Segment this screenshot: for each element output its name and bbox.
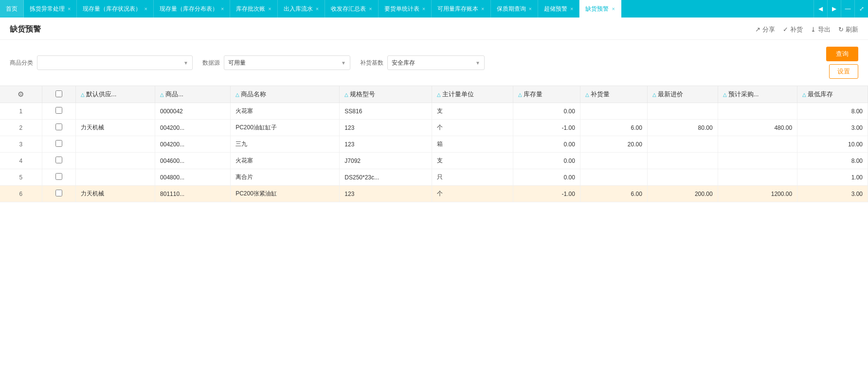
cell-idx-2: 3	[0, 136, 42, 153]
cell-stock-2: 0.00	[513, 136, 580, 153]
nav-prev-button[interactable]: ◀	[814, 0, 827, 18]
cell-supplier-2	[75, 136, 155, 153]
sort-icon-latest-price: △	[652, 92, 656, 97]
nav-tab-close-11[interactable]: ×	[612, 6, 615, 12]
cell-supplier-5: 力天机械	[75, 186, 155, 202]
cell-replenish-0	[580, 103, 647, 120]
nav-tab-close-5[interactable]: ×	[316, 6, 319, 12]
table-container: ⚙ △ 默认供应... △ 商品...	[0, 86, 868, 202]
cell-forecast-2	[718, 136, 797, 153]
header-actions: ↗ 分享 ✓ 补货 ⤓ 导出 ↻ 刷新	[755, 25, 858, 34]
datasource-label: 数据源	[202, 59, 220, 67]
nav-tab-7[interactable]: 要货单统计表×	[379, 0, 432, 18]
table-header-row: ⚙ △ 默认供应... △ 商品...	[0, 86, 868, 103]
category-select[interactable]: ▼	[37, 55, 193, 70]
cell-replenish-3	[580, 153, 647, 169]
th-stock: △ 库存量	[513, 86, 580, 103]
nav-tab-0[interactable]: 首页	[0, 0, 24, 18]
table-row: 5 004800... 离合片 DS250*23c... 只 0.00 1.00	[0, 169, 868, 186]
nav-tab-close-6[interactable]: ×	[369, 6, 372, 12]
cell-stock-1: -1.00	[513, 120, 580, 136]
filter-bar: 商品分类 ▼ 数据源 可用量 ▼ 补货基数 安全库存 ▼ 查询 设置	[0, 40, 868, 86]
nav-tab-5[interactable]: 出入库流水×	[278, 0, 325, 18]
cell-unit-2: 箱	[432, 136, 513, 153]
data-table: ⚙ △ 默认供应... △ 商品...	[0, 86, 868, 202]
nav-tab-close-2[interactable]: ×	[144, 6, 147, 12]
category-filter-group: 商品分类 ▼	[10, 55, 193, 70]
nav-tab-close-4[interactable]: ×	[268, 6, 271, 12]
table-body: 1 0000042 火花塞 SS816 支 0.00 8.00 2 力天机械 0…	[0, 103, 868, 202]
cell-name-5: PC200张紧油缸	[231, 186, 340, 202]
cell-latest-price-2	[647, 136, 718, 153]
th-forecast: △ 预计采购...	[718, 86, 797, 103]
export-button[interactable]: ⤓ 导出	[811, 25, 831, 34]
row-checkbox-0[interactable]	[55, 107, 62, 114]
nav-tab-1[interactable]: 拣货异常处理×	[24, 0, 77, 18]
nav-tab-close-3[interactable]: ×	[221, 6, 224, 12]
datasource-dropdown-icon: ▼	[341, 60, 346, 66]
datasource-select-value: 可用量	[228, 59, 246, 67]
nav-tab-close-1[interactable]: ×	[68, 6, 71, 12]
cell-spec-1: 123	[340, 120, 432, 136]
th-replenish: △ 补货量	[580, 86, 647, 103]
share-button[interactable]: ↗ 分享	[755, 25, 775, 34]
cell-latest-price-3	[647, 153, 718, 169]
refresh-button[interactable]: ↻ 刷新	[838, 25, 858, 34]
nav-tab-close-8[interactable]: ×	[481, 6, 484, 12]
cell-min-stock-2: 10.00	[797, 136, 868, 153]
row-checkbox-1[interactable]	[55, 123, 62, 130]
row-checkbox-2[interactable]	[55, 140, 62, 147]
cell-latest-price-1: 80.00	[647, 120, 718, 136]
nav-tab-3[interactable]: 现存量（库存分布表）×	[154, 0, 230, 18]
cell-code-1: 004200...	[155, 120, 231, 136]
nav-tab-2[interactable]: 现存量（库存状况表）×	[77, 0, 153, 18]
cell-idx-4: 5	[0, 169, 42, 186]
nav-next-button[interactable]: ▶	[827, 0, 841, 18]
page-header: 缺货预警 ↗ 分享 ✓ 补货 ⤓ 导出 ↻ 刷新	[0, 18, 868, 40]
nav-tab-8[interactable]: 可用量库存账本×	[432, 0, 490, 18]
table-row: 6 力天机械 801110... PC200张紧油缸 123 个 -1.00 6…	[0, 186, 868, 202]
cell-supplier-1: 力天机械	[75, 120, 155, 136]
page-title: 缺货预警	[10, 24, 41, 35]
cell-latest-price-0	[647, 103, 718, 120]
select-all-checkbox[interactable]	[55, 90, 62, 97]
category-label: 商品分类	[10, 59, 33, 67]
gear-icon[interactable]: ⚙	[18, 90, 24, 98]
nav-expand-button[interactable]: ⤢	[854, 0, 868, 18]
nav-tab-6[interactable]: 收发存汇总表×	[325, 0, 378, 18]
sort-icon-forecast: △	[723, 92, 727, 97]
nav-tab-close-9[interactable]: ×	[529, 6, 532, 12]
th-checkbox	[42, 86, 75, 103]
nav-tab-10[interactable]: 超储预警×	[538, 0, 579, 18]
nav-tab-4[interactable]: 库存批次账×	[230, 0, 277, 18]
cell-idx-3: 4	[0, 153, 42, 169]
row-checkbox-3[interactable]	[55, 157, 62, 163]
nav-tab-close-10[interactable]: ×	[570, 6, 573, 12]
top-nav: 首页拣货异常处理×现存量（库存状况表）×现存量（库存分布表）×库存批次账×出入库…	[0, 0, 868, 18]
category-dropdown-icon: ▼	[183, 60, 188, 66]
cell-replenish-4	[580, 169, 647, 186]
replenish-button[interactable]: ✓ 补货	[783, 25, 803, 34]
cell-idx-1: 2	[0, 120, 42, 136]
th-settings[interactable]: ⚙	[0, 86, 42, 103]
cell-forecast-0	[718, 103, 797, 120]
nav-tab-11[interactable]: 缺货预警×	[579, 0, 621, 18]
datasource-select[interactable]: 可用量 ▼	[224, 55, 350, 70]
nav-tab-close-7[interactable]: ×	[422, 6, 425, 12]
basis-select[interactable]: 安全库存 ▼	[387, 55, 485, 70]
nav-tab-9[interactable]: 保质期查询×	[491, 0, 538, 18]
sort-icon-name: △	[235, 92, 239, 97]
row-checkbox-4[interactable]	[55, 173, 62, 180]
th-name: △ 商品名称	[231, 86, 340, 103]
row-checkbox-5[interactable]	[55, 190, 62, 196]
settings-button[interactable]: 设置	[829, 64, 858, 79]
query-button[interactable]: 查询	[826, 47, 858, 61]
cell-stock-0: 0.00	[513, 103, 580, 120]
cell-check-5	[42, 186, 75, 202]
cell-forecast-4	[718, 169, 797, 186]
cell-min-stock-5: 3.00	[797, 186, 868, 202]
nav-minimize-button[interactable]: —	[841, 0, 854, 18]
cell-code-0: 0000042	[155, 103, 231, 120]
cell-name-4: 离合片	[231, 169, 340, 186]
cell-spec-0: SS816	[340, 103, 432, 120]
